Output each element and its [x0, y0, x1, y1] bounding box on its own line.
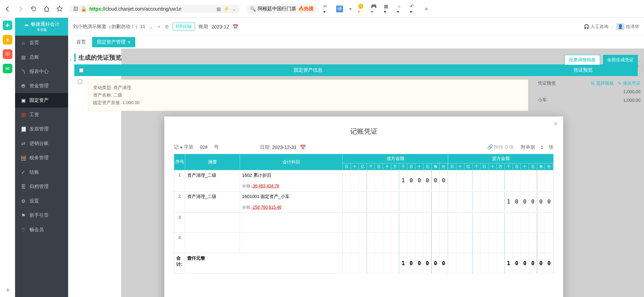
rp-title: 凭证预览	[538, 80, 556, 86]
modal-header: 记 ▾ 字第 号 日期: 2023-12-31 📅 🔗 附件 0 张 附单据 张	[174, 144, 554, 150]
search-icon: 🔍	[250, 6, 256, 12]
nav-icon: 〽	[21, 69, 26, 74]
calendar-icon[interactable]: 📅	[300, 145, 306, 150]
sidebar-item-12[interactable]: ⚑新手引导	[15, 208, 68, 223]
rp-amt-2: 1,000.00	[623, 98, 641, 103]
sidebar-item-1[interactable]: ▤总账	[15, 50, 68, 64]
sidebar-item-2[interactable]: 〽报表中心	[15, 64, 68, 79]
th-summary: 摘要	[185, 154, 240, 170]
scissors-icon[interactable]: ✂ ▾	[323, 5, 330, 12]
th-debit: 借方金额	[343, 154, 448, 163]
sun-icon[interactable]: ☼ ▾	[397, 5, 404, 12]
modal-title: 记账凭证	[174, 127, 554, 136]
sidebar: ☁畅捷通好会计 专业版 ⌂首页▤总账〽报表中心⛃资金管理▣固定资产💼工资🧾发票管…	[15, 18, 68, 297]
gear-icon[interactable]: ⚙	[165, 24, 169, 29]
search-box[interactable]: 🔍 阿根廷中国行门票 🔥热搜	[247, 4, 317, 13]
collapse-icon[interactable]: ‹	[70, 56, 71, 62]
home-icon[interactable]	[43, 5, 50, 12]
translate-icon[interactable]: 译	[336, 5, 343, 12]
chevron-down-icon[interactable]: ⌄	[232, 6, 236, 12]
grid-icon[interactable]: ▦ ▾	[384, 5, 391, 12]
switch-version-button[interactable]: 切到旧版	[173, 23, 195, 30]
sidebar-item-3[interactable]: ⛃资金管理	[15, 79, 68, 93]
game-icon[interactable]: 🎮 ▾	[371, 5, 378, 12]
refresh-icon[interactable]	[30, 5, 37, 12]
menu-icon[interactable]: ≡	[423, 5, 430, 12]
sidebar-item-11[interactable]: ⚙设置	[15, 194, 68, 208]
edit-voucher-link[interactable]: ✎ 修改凭证	[618, 80, 641, 86]
url-text: https://cloud.chanjet.com/accounting/uw1…	[89, 6, 181, 12]
os-icon-3[interactable]: ⓔ	[3, 49, 12, 59]
voucher-type[interactable]: 记	[174, 144, 179, 150]
rp-asset: 小车	[538, 97, 547, 103]
batch-adjust-button[interactable]: 批量调整模板	[565, 55, 600, 65]
logo-sub: 专业版	[37, 27, 47, 32]
browser-toolbar: 🖼 🔒 https://cloud.chanjet.com/accounting…	[0, 0, 644, 18]
logo[interactable]: ☁畅捷通好会计 专业版	[15, 18, 68, 36]
wallet-icon[interactable]: 🪙 ▾	[358, 5, 365, 12]
voucher-row[interactable]: 1资产清理_二级1602 累计折旧余额:-36,493,434.79100000	[174, 170, 554, 191]
sidebar-item-4[interactable]: ▣固定资产	[15, 93, 68, 108]
section-title: 生成的凭证预览	[74, 53, 638, 62]
os-add-icon[interactable]: ＋	[4, 285, 12, 295]
chevron-down-icon[interactable]: ▾	[180, 145, 182, 150]
sidebar-item-5[interactable]: 💼工资	[15, 108, 68, 122]
forward-icon[interactable]	[17, 5, 24, 12]
shield-icon: 🖼	[73, 6, 78, 12]
chevron-down-icon[interactable]: ⌄	[149, 24, 153, 29]
address-bar[interactable]: 🖼 🔒 https://cloud.chanjet.com/accounting…	[69, 5, 240, 13]
calendar-icon[interactable]: 📅	[232, 24, 238, 29]
nav-icon: 🗄	[21, 184, 26, 189]
sidebar-item-6[interactable]: 🧾发票管理	[15, 122, 68, 136]
avatar[interactable]: 👤徐泽华	[616, 23, 639, 30]
sidebar-item-0[interactable]: ⌂首页	[15, 36, 68, 50]
back-icon[interactable]	[4, 5, 11, 12]
os-icon-1[interactable]: ✚	[3, 21, 12, 30]
qr-icon[interactable]: ▦	[216, 6, 221, 12]
sidebar-item-9[interactable]: ✓结账	[15, 165, 68, 180]
nav-icon: 🧾	[21, 126, 26, 132]
slip-count-input[interactable]	[535, 145, 549, 150]
nav-icon: ⚑	[21, 213, 26, 218]
voucher-number-input[interactable]	[193, 145, 214, 150]
star-icon[interactable]	[56, 5, 63, 12]
sidebar-item-13[interactable]: ♡畅会员	[15, 223, 68, 237]
th-index: 序号	[174, 154, 185, 170]
voucher-modal: × 记账凭证 记 ▾ 字第 号 日期: 2023-12-31 📅 🔗 附件 0 …	[164, 116, 563, 297]
col-asset-info: 固定资产信息	[88, 64, 528, 76]
voucher-row[interactable]: 2资产清理_二级1601001 固定资产_小车余额:-258,760,615.4…	[174, 191, 554, 213]
os-sidebar: ✚ ★ ⓔ ✉	[0, 18, 15, 297]
flash-icon[interactable]: ⚡	[224, 6, 229, 12]
period-value[interactable]: 2023-12	[212, 24, 229, 29]
os-icon-4[interactable]: ✉	[3, 64, 12, 73]
sidebar-item-7[interactable]: ⇄进销台账	[15, 136, 68, 151]
voucher-row[interactable]: 4	[174, 233, 554, 253]
attachment-link[interactable]: 🔗 附件 0 张	[487, 144, 514, 150]
generate-all-button[interactable]: 全部生成凭证	[603, 55, 638, 65]
plus-icon[interactable]: ＋	[156, 24, 161, 30]
row-checkbox[interactable]	[78, 79, 82, 84]
tab-fixed-assets[interactable]: 固定资产管理×	[92, 37, 135, 47]
voucher-date[interactable]: 2023-12-31	[272, 145, 297, 150]
sidebar-item-8[interactable]: 🧮税务管理	[15, 151, 68, 165]
nav-icon: ✓	[21, 170, 26, 175]
hot-icon: 🔥热搜	[298, 6, 314, 12]
voucher-row[interactable]: 3	[174, 213, 554, 233]
headset-icon[interactable]: 🎧 人工咨询	[584, 24, 608, 30]
select-template-link[interactable]: ☰ 选择模板	[591, 80, 614, 86]
tabs: 首页 固定资产管理×	[68, 36, 644, 49]
account-name[interactable]: 刘小艳演示账套（勿删勿动！）11	[73, 24, 146, 30]
topbar: 刘小艳演示账套（勿删勿动！）11 ⌄ ＋ ⚙ 切到旧版 账期 2023-12 📅…	[68, 18, 644, 36]
modal-close-button[interactable]: ×	[554, 120, 558, 128]
lock-icon: 🔒	[81, 6, 87, 12]
os-icon-2[interactable]: ★	[3, 35, 12, 45]
select-all-checkbox[interactable]	[79, 68, 84, 73]
grid-header: 固定资产信息 凭证预览	[74, 64, 638, 76]
undo-icon[interactable]: ↶ ▾	[410, 5, 417, 12]
close-icon[interactable]: ×	[128, 39, 130, 45]
nav-icon: ▣	[21, 98, 26, 103]
nav-icon: ⛃	[21, 83, 26, 89]
tab-home[interactable]: 首页	[72, 37, 91, 47]
sidebar-item-10[interactable]: 🗄归档管理	[15, 180, 68, 194]
cloud-icon: ☁	[24, 22, 29, 27]
